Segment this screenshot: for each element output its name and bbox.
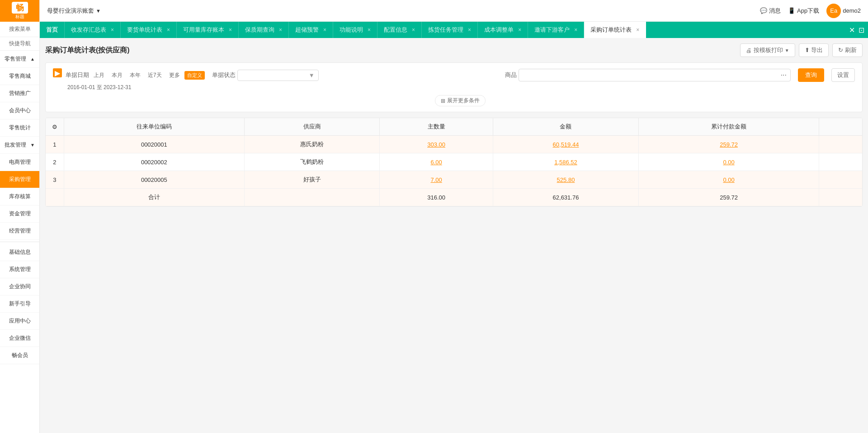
date-btn-more[interactable]: 更多 bbox=[166, 71, 183, 80]
expand-more-button[interactable]: ⊞ 展开更多条件 bbox=[435, 95, 486, 106]
sidebar-item-new-guide[interactable]: 新手引导 bbox=[0, 295, 39, 313]
footer-label: 合计 bbox=[64, 189, 245, 206]
amount-link[interactable]: 525.80 bbox=[557, 176, 575, 183]
refresh-icon: ↻ bbox=[838, 47, 843, 53]
sidebar-item-marketing[interactable]: 营销推广 bbox=[0, 85, 39, 102]
sidebar-item-ecom-mgmt[interactable]: 电商管理 bbox=[0, 154, 39, 171]
sidebar-quick-nav[interactable]: 快捷导航 bbox=[0, 37, 39, 51]
paid-amount-link[interactable]: 259.72 bbox=[720, 141, 738, 148]
footer-paid-amount: 259.72 bbox=[638, 189, 819, 206]
tab-warranty-query[interactable]: 保质期查询 × bbox=[239, 22, 289, 38]
tab-config-info[interactable]: 配置信息 × bbox=[377, 22, 422, 38]
tab-receive-summary[interactable]: 收发存汇总表 × bbox=[65, 22, 121, 38]
tab-close-all-icon[interactable]: ✕ bbox=[849, 26, 855, 34]
paid-amount-link[interactable]: 0.00 bbox=[723, 176, 734, 183]
tab-close-inventory-book[interactable]: × bbox=[229, 27, 232, 33]
sidebar-item-basic-info[interactable]: 基础信息 bbox=[0, 244, 39, 261]
tab-function-desc[interactable]: 功能说明 × bbox=[333, 22, 377, 38]
sidebar-item-app-center[interactable]: 应用中心 bbox=[0, 313, 39, 330]
date-btn-last-month[interactable]: 上月 bbox=[91, 71, 107, 80]
tab-close-function-desc[interactable]: × bbox=[368, 27, 371, 33]
sidebar-item-retail-shop[interactable]: 零售商城 bbox=[0, 68, 39, 85]
app-download-button[interactable]: 📱 App下载 bbox=[788, 7, 819, 15]
download-icon: 📱 bbox=[788, 7, 795, 14]
tab-close-cost-adjust[interactable]: × bbox=[518, 27, 521, 33]
status-filter: 单据状态 ▼ bbox=[212, 70, 498, 81]
gear-icon[interactable]: ⚙ bbox=[52, 124, 57, 130]
footer-extra bbox=[819, 189, 862, 206]
user-avatar[interactable]: Ea demo2 bbox=[826, 4, 861, 18]
date-custom-badge[interactable]: 自定义 bbox=[184, 71, 205, 80]
sidebar-item-retail-mgmt[interactable]: 零售管理▲ bbox=[0, 51, 39, 68]
main-qty-link[interactable]: 6.00 bbox=[430, 159, 442, 166]
query-button[interactable]: 查询 bbox=[798, 68, 824, 82]
sidebar-item-batch-mgmt[interactable]: 批发管理▼ bbox=[0, 137, 39, 154]
sidebar-item-inventory-check[interactable]: 库存核算 bbox=[0, 188, 39, 205]
th-supplier: 供应商 bbox=[245, 118, 380, 136]
tab-order-stats[interactable]: 要货单统计表 × bbox=[121, 22, 177, 38]
tab-close-order-stats[interactable]: × bbox=[167, 27, 170, 33]
main-content: 母婴行业演示账套 ▼ 💬 消息 📱 App下载 Ea demo2 首页 bbox=[40, 0, 868, 433]
sidebar-item-member[interactable]: 畅会员 bbox=[0, 347, 39, 364]
sidebar-item-ops-mgmt[interactable]: 经营管理 bbox=[0, 223, 39, 240]
filter-toggle-button[interactable]: ▶ bbox=[53, 68, 62, 77]
tab-close-task-mgmt[interactable]: × bbox=[468, 27, 471, 33]
sidebar-item-enterprise-wechat[interactable]: 企业微信 bbox=[0, 330, 39, 347]
sidebar-item-system-mgmt[interactable]: 系统管理 bbox=[0, 261, 39, 278]
tab-home[interactable]: 首页 bbox=[40, 22, 65, 38]
sidebar-search[interactable]: 搜索菜单 bbox=[0, 22, 39, 37]
tab-task-mgmt[interactable]: 拣货任务管理 × bbox=[422, 22, 478, 38]
paid-amount-link[interactable]: 0.00 bbox=[723, 159, 734, 166]
status-select[interactable]: ▼ bbox=[237, 70, 319, 81]
tab-inventory-book[interactable]: 可用量库存账本 × bbox=[177, 22, 239, 38]
sidebar-item-retail-stats[interactable]: 零售统计 bbox=[0, 119, 39, 137]
date-filter: 单据日期 上月 本月 本年 近7天 更多 自定义 bbox=[66, 71, 205, 80]
tab-close-warranty-query[interactable]: × bbox=[279, 27, 282, 33]
cell-extra bbox=[819, 136, 862, 153]
chevron-down-icon: ▼ bbox=[785, 48, 789, 53]
tab-close-overstock-warning[interactable]: × bbox=[323, 27, 326, 33]
settings-button[interactable]: 设置 bbox=[831, 68, 855, 82]
amount-link[interactable]: 1,586.52 bbox=[554, 159, 577, 166]
date-btn-this-year[interactable]: 本年 bbox=[127, 71, 143, 80]
data-table: ⚙ 往来单位编码 供应商 主数量 金额 累计付款金额 1 00020001 bbox=[45, 118, 863, 207]
tab-maximize-icon[interactable]: ⊡ bbox=[859, 26, 864, 34]
date-btn-this-month[interactable]: 本月 bbox=[109, 71, 125, 80]
goods-input[interactable]: ··· bbox=[519, 69, 791, 81]
tab-close-receive-summary[interactable]: × bbox=[111, 27, 114, 33]
industry-selector[interactable]: 母婴行业演示账套 ▼ bbox=[47, 7, 101, 15]
tab-close-purchase-order-stats[interactable]: × bbox=[636, 27, 639, 33]
tab-close-invite-downstream[interactable]: × bbox=[574, 27, 577, 33]
refresh-button[interactable]: ↻ 刷新 bbox=[832, 43, 863, 57]
sidebar: 畅 标题 搜索菜单 快捷导航 零售管理▲ 零售商城 营销推广 会员中心 零售统计… bbox=[0, 0, 40, 433]
cell-index: 1 bbox=[46, 136, 64, 153]
sidebar-logo: 畅 标题 bbox=[0, 0, 39, 22]
cell-supplier: 飞鹤奶粉 bbox=[245, 153, 380, 171]
th-settings[interactable]: ⚙ bbox=[46, 118, 64, 136]
template-print-button[interactable]: 🖨 按模板打印 ▼ bbox=[740, 43, 795, 57]
more-icon[interactable]: ··· bbox=[781, 71, 787, 79]
tab-cost-adjust[interactable]: 成本调整单 × bbox=[478, 22, 528, 38]
sidebar-item-purchase-mgmt[interactable]: 采购管理 bbox=[0, 171, 39, 188]
tabbar-actions: ✕ ⊡ bbox=[845, 26, 868, 34]
footer-main-qty: 316.00 bbox=[379, 189, 493, 206]
filter-panel: ▶ 单据日期 上月 本月 本年 近7天 更多 自定义 bbox=[45, 62, 863, 112]
date-btn-7days[interactable]: 近7天 bbox=[145, 71, 165, 80]
date-range-text: 2016-01-01 至 2023-12-31 bbox=[67, 84, 131, 90]
message-button[interactable]: 💬 消息 bbox=[760, 7, 781, 15]
sidebar-item-member-center[interactable]: 会员中心 bbox=[0, 102, 39, 119]
tab-invite-downstream[interactable]: 邀请下游客户 × bbox=[528, 22, 584, 38]
th-paid-amount: 累计付款金额 bbox=[638, 118, 819, 136]
tab-close-config-info[interactable]: × bbox=[412, 27, 415, 33]
cell-main-qty: 6.00 bbox=[379, 153, 493, 171]
sidebar-item-enterprise-collab[interactable]: 企业协同 bbox=[0, 278, 39, 295]
amount-link[interactable]: 60,519.44 bbox=[553, 141, 579, 148]
cell-amount: 525.80 bbox=[493, 171, 638, 189]
main-qty-link[interactable]: 303.00 bbox=[427, 141, 445, 148]
tab-overstock-warning[interactable]: 超储预警 × bbox=[289, 22, 333, 38]
export-button[interactable]: ⬆ 导出 bbox=[799, 43, 829, 57]
sidebar-item-finance-mgmt[interactable]: 资金管理 bbox=[0, 205, 39, 223]
tab-purchase-order-stats[interactable]: 采购订单统计表 × bbox=[584, 22, 646, 38]
page-content: 采购订单统计表(按供应商) 🖨 按模板打印 ▼ ⬆ 导出 ↻ 刷新 bbox=[40, 38, 868, 433]
main-qty-link[interactable]: 7.00 bbox=[430, 176, 442, 183]
